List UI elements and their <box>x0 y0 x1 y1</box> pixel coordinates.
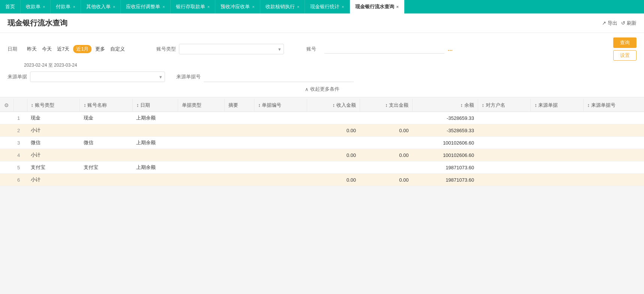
date-btn-1month[interactable]: 近1月 <box>73 45 92 53</box>
nav-receipt[interactable]: 收款单 × <box>21 0 51 13</box>
refresh-button[interactable]: ↺ 刷新 <box>621 20 636 27</box>
table-cell <box>132 124 178 137</box>
col-income[interactable]: ↕ 收入金额 <box>307 99 360 112</box>
nav-ar-ap-adjust[interactable]: 应收应付调整单 × <box>121 0 170 13</box>
col-income-label: ↕ 收入金额 <box>332 102 356 108</box>
table-cell <box>0 137 14 149</box>
table-cell <box>307 161 360 174</box>
col-doc-type: 单据类型 <box>178 99 224 112</box>
data-table: ⚙ ↕ 账号类型 ↕ 账号名称 ↕ 日期 单据类型 摘要 <box>0 99 644 186</box>
table-cell <box>0 174 14 186</box>
date-btn-more[interactable]: 更多 <box>94 45 107 53</box>
table-cell <box>583 137 644 149</box>
nav-other-income[interactable]: 其他收入单 × <box>81 0 121 13</box>
date-btn-yesterday[interactable]: 昨天 <box>26 45 38 53</box>
table-cell: 0.00 <box>360 174 413 186</box>
col-settings[interactable]: ⚙ <box>0 99 14 112</box>
settings-button[interactable]: 设置 <box>613 50 636 61</box>
nav-ar-ap-close[interactable]: × <box>162 4 165 9</box>
col-account-type-label: ↕ 账号类型 <box>31 102 54 108</box>
col-source-doc-no[interactable]: ↕ 来源单据号 <box>583 99 644 112</box>
col-balance-label: ↕ 余额 <box>460 102 474 108</box>
table-body: 1现金现金上期余额-3528659.332小计0.000.00-3528659.… <box>0 112 644 186</box>
col-account-name[interactable]: ↕ 账号名称 <box>80 99 133 112</box>
table-cell: 支付宝 <box>80 161 133 174</box>
table-cell <box>531 124 584 137</box>
account-type-filter: 账号类型 <box>156 44 284 54</box>
refresh-label: 刷新 <box>627 20 636 27</box>
date-btn-custom[interactable]: 自定义 <box>109 45 126 53</box>
table-cell <box>478 137 531 149</box>
col-source-doc[interactable]: ↕ 来源单据 <box>531 99 584 112</box>
col-doc-no[interactable]: ↕ 单据编号 <box>254 99 307 112</box>
table-cell <box>224 124 254 137</box>
query-button[interactable]: 查询 <box>613 37 636 48</box>
nav-cash-query-close[interactable]: × <box>396 4 399 9</box>
table-cell: 上期余额 <box>132 112 178 124</box>
date-btn-7days[interactable]: 近7天 <box>56 45 71 53</box>
source-doc-select[interactable] <box>30 72 165 82</box>
table-cell <box>360 137 413 149</box>
table-cell <box>478 149 531 161</box>
table-row: 6小计0.000.0019871073.60 <box>0 174 644 186</box>
collapse-button[interactable]: ∧ 收起更多条件 <box>305 86 339 93</box>
date-label: 日期 <box>8 46 23 52</box>
nav-cash-stat[interactable]: 现金银行统计 × <box>305 0 350 13</box>
table-cell <box>80 124 133 137</box>
col-account-type[interactable]: ↕ 账号类型 <box>27 99 80 112</box>
nav-receipt-label: 收款单 <box>26 3 41 10</box>
export-button[interactable]: ↗ 导出 <box>602 20 617 27</box>
date-btn-today[interactable]: 今天 <box>41 45 53 53</box>
settings-icon: ⚙ <box>4 102 9 108</box>
nav-prepay-flush-close[interactable]: × <box>252 4 254 9</box>
nav-payment-close[interactable]: × <box>73 4 75 9</box>
source-doc-no-input[interactable] <box>204 72 354 82</box>
nav-cash-stat-close[interactable]: × <box>342 4 344 9</box>
table-cell <box>360 112 413 124</box>
nav-verify-exec[interactable]: 收款核销执行 × <box>260 0 305 13</box>
col-date[interactable]: ↕ 日期 <box>132 99 178 112</box>
table-cell: 小计 <box>27 124 80 137</box>
nav-verify-exec-close[interactable]: × <box>297 4 299 9</box>
table-cell: 0.00 <box>307 124 360 137</box>
collapse-bar[interactable]: ∧ 收起更多条件 <box>8 84 636 94</box>
table-cell: 支付宝 <box>27 161 80 174</box>
nav-payment[interactable]: 付款单 × <box>51 0 81 13</box>
col-expense[interactable]: ↕ 支出金额 <box>360 99 413 112</box>
table-cell: 19871073.60 <box>413 161 478 174</box>
table-cell: 1 <box>14 112 27 124</box>
nav-receipt-close[interactable]: × <box>43 4 45 9</box>
nav-bank-deposit-close[interactable]: × <box>207 4 210 9</box>
table-cell <box>360 161 413 174</box>
export-icon: ↗ <box>602 20 606 26</box>
nav-bank-deposit-label: 银行存取款单 <box>176 3 205 10</box>
nav-other-income-close[interactable]: × <box>113 4 115 9</box>
table-cell <box>254 149 307 161</box>
account-no-dots-button[interactable]: ... <box>447 46 452 52</box>
table-cell: 5 <box>14 161 27 174</box>
col-balance[interactable]: ↕ 余额 <box>413 99 478 112</box>
table-cell <box>583 149 644 161</box>
table-cell: 0.00 <box>307 149 360 161</box>
table-cell <box>132 149 178 161</box>
account-type-select[interactable] <box>179 44 284 54</box>
top-nav: 首页 收款单 × 付款单 × 其他收入单 × 应收应付调整单 × 银行存取款单 … <box>0 0 644 13</box>
col-counterpart[interactable]: ↕ 对方户名 <box>478 99 531 112</box>
table-row: 2小计0.000.00-3528659.33 <box>0 124 644 137</box>
source-doc-select-wrapper <box>30 72 165 82</box>
col-counterpart-label: ↕ 对方户名 <box>482 102 505 108</box>
account-no-input[interactable] <box>324 45 444 54</box>
table-cell: -3528659.33 <box>413 124 478 137</box>
table-cell <box>478 174 531 186</box>
nav-prepay-flush[interactable]: 预收冲应收单 × <box>215 0 260 13</box>
date-range-display: 2023-02-24 至 2023-03-24 <box>23 62 636 69</box>
nav-bank-deposit[interactable]: 银行存取款单 × <box>171 0 215 13</box>
nav-cash-query[interactable]: 现金银行流水查询 × <box>350 0 404 13</box>
action-buttons: 查询 设置 <box>613 37 636 61</box>
account-no-filter: 账号 ... <box>306 45 452 54</box>
nav-home[interactable]: 首页 <box>0 0 21 13</box>
nav-verify-exec-label: 收款核销执行 <box>266 3 295 10</box>
table-cell <box>178 124 224 137</box>
nav-home-label: 首页 <box>5 3 15 10</box>
table-cell: 现金 <box>80 112 133 124</box>
